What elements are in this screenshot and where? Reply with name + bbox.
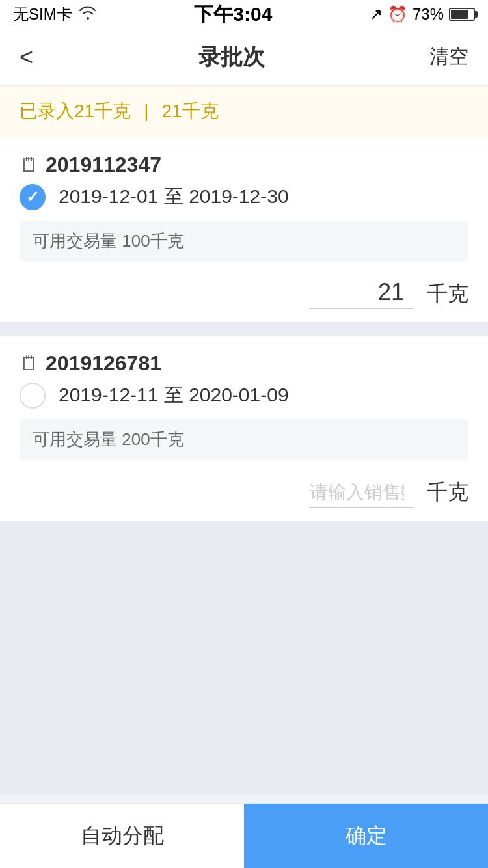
nav-bar: < 录批次 清空: [0, 29, 488, 86]
summary-total: 21千克: [161, 99, 218, 124]
batch1-date: 2019-12-01 至 2019-12-30: [59, 183, 289, 210]
batch1-unit: 千克: [427, 280, 468, 308]
confirm-button[interactable]: 确定: [244, 804, 488, 868]
batch2-availability: 可用交易量 200千克: [20, 419, 468, 460]
batch2-quantity-input[interactable]: [310, 477, 414, 508]
batch2-quantity-row: 千克: [0, 470, 488, 521]
batch1-availability: 可用交易量 100千克: [20, 221, 468, 262]
battery-icon: [449, 8, 475, 21]
batch2-icon: 🗒: [20, 353, 39, 375]
status-left: 无SIM卡: [13, 4, 97, 25]
batch1-icon: 🗒: [20, 154, 39, 176]
battery-percent: 73%: [413, 5, 444, 23]
batch2-checkbox[interactable]: [20, 383, 46, 409]
section-divider: [0, 323, 488, 336]
wifi-icon: [79, 5, 97, 23]
status-bar: 无SIM卡 下午3:04 ↗ ⏰ 73%: [0, 0, 488, 29]
summary-divider: |: [144, 101, 148, 122]
auto-distribute-button[interactable]: 自动分配: [0, 804, 244, 868]
batch-item-1: 🗒 2019112347 2019-12-01 至 2019-12-30 可用交…: [0, 137, 488, 323]
batch2-number: 2019126781: [46, 351, 161, 375]
clear-button[interactable]: 清空: [429, 44, 468, 70]
bottom-bar: 自动分配 确定: [0, 803, 488, 868]
time-label: 下午3:04: [194, 1, 272, 28]
batch2-unit: 千克: [427, 478, 468, 507]
page-title: 录批次: [198, 42, 265, 72]
batch1-quantity-row: 千克: [0, 272, 488, 323]
summary-bar: 已录入21千克 | 21千克: [0, 86, 488, 137]
status-right: ↗ ⏰ 73%: [370, 5, 475, 23]
batch1-date-row: 2019-12-01 至 2019-12-30: [0, 183, 488, 221]
empty-area: [0, 521, 488, 794]
batch1-number: 2019112347: [46, 153, 161, 177]
batch-item-2: 🗒 2019126781 2019-12-11 至 2020-01-09 可用交…: [0, 336, 488, 521]
batch1-quantity-input[interactable]: [310, 278, 414, 309]
batch1-checkbox[interactable]: [20, 184, 46, 210]
carrier-label: 无SIM卡: [13, 4, 72, 25]
batch2-header: 🗒 2019126781: [0, 336, 488, 382]
batch1-header: 🗒 2019112347: [0, 137, 488, 183]
batch2-date-row: 2019-12-11 至 2020-01-09: [0, 382, 488, 419]
location-icon: ↗: [370, 5, 383, 23]
alarm-icon: ⏰: [388, 5, 407, 23]
recorded-label: 已录入21千克: [20, 99, 131, 124]
back-button[interactable]: <: [20, 44, 33, 71]
batch2-date: 2019-12-11 至 2020-01-09: [59, 382, 289, 409]
